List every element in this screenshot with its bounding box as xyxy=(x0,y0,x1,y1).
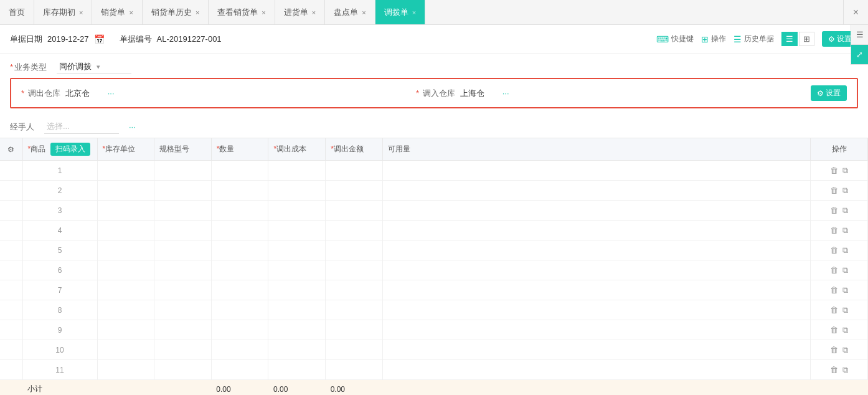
row-unit-5[interactable] xyxy=(97,240,154,260)
row-amount-11[interactable] xyxy=(326,360,383,380)
row-available-7[interactable] xyxy=(382,280,811,300)
tab-sales-history[interactable]: 销货单历史 × xyxy=(143,0,209,24)
row-cost-11[interactable] xyxy=(268,360,326,380)
row-spec-9[interactable] xyxy=(154,320,212,340)
row-qty-6[interactable] xyxy=(211,260,268,280)
row-unit-2[interactable] xyxy=(97,181,154,201)
delete-icon-6[interactable]: 🗑 xyxy=(830,265,838,275)
tab-inventory-init[interactable]: 库存期初 × xyxy=(34,0,92,24)
copy-icon-2[interactable]: ⧉ xyxy=(842,186,848,195)
tab-home[interactable]: 首页 xyxy=(0,0,34,24)
history-action[interactable]: ☰ 历史单据 xyxy=(734,34,774,44)
delete-icon-10[interactable]: 🗑 xyxy=(830,345,838,355)
shortcut-action[interactable]: ⌨ 快捷键 xyxy=(656,34,694,44)
row-spec-3[interactable] xyxy=(154,201,212,221)
row-amount-10[interactable] xyxy=(326,340,383,360)
row-cost-1[interactable] xyxy=(268,161,326,181)
row-spec-7[interactable] xyxy=(154,280,212,300)
row-cost-4[interactable] xyxy=(268,221,326,240)
row-spec-6[interactable] xyxy=(154,260,212,280)
row-cost-6[interactable] xyxy=(268,260,326,280)
tab-purchase-order-close[interactable]: × xyxy=(312,9,316,16)
row-cost-5[interactable] xyxy=(268,240,326,260)
copy-icon-11[interactable]: ⧉ xyxy=(842,365,848,374)
row-qty-8[interactable] xyxy=(211,300,268,320)
list-view-btn[interactable]: ☰ xyxy=(781,32,798,46)
row-spec-8[interactable] xyxy=(154,300,212,320)
copy-icon-8[interactable]: ⧉ xyxy=(842,305,848,315)
row-cost-8[interactable] xyxy=(268,300,326,320)
row-unit-7[interactable] xyxy=(97,280,154,300)
row-unit-10[interactable] xyxy=(97,340,154,360)
calendar-icon[interactable]: 📅 xyxy=(94,34,105,44)
warehouse-in-more-btn[interactable]: ··· xyxy=(502,88,509,98)
delete-icon-5[interactable]: 🗑 xyxy=(830,245,838,255)
delete-icon-1[interactable]: 🗑 xyxy=(830,166,838,175)
row-amount-8[interactable] xyxy=(326,300,383,320)
row-available-2[interactable] xyxy=(382,181,811,201)
tab-stocktake[interactable]: 盘点单 × xyxy=(325,0,375,24)
row-qty-5[interactable] xyxy=(211,240,268,260)
row-unit-4[interactable] xyxy=(97,221,154,240)
row-amount-4[interactable] xyxy=(326,221,383,240)
tab-sales-order-close[interactable]: × xyxy=(129,9,133,16)
row-available-10[interactable] xyxy=(382,340,811,360)
delete-icon-4[interactable]: 🗑 xyxy=(830,226,838,235)
grid-view-btn[interactable]: ⊞ xyxy=(799,32,814,46)
delete-icon-11[interactable]: 🗑 xyxy=(830,365,838,374)
tab-stocktake-close[interactable]: × xyxy=(362,9,366,16)
row-cost-3[interactable] xyxy=(268,201,326,221)
delete-icon-8[interactable]: 🗑 xyxy=(830,305,838,315)
row-spec-4[interactable] xyxy=(154,221,212,240)
row-qty-9[interactable] xyxy=(211,320,268,340)
row-spec-2[interactable] xyxy=(154,181,212,201)
row-amount-7[interactable] xyxy=(326,280,383,300)
row-amount-5[interactable] xyxy=(326,240,383,260)
copy-icon-3[interactable]: ⧉ xyxy=(842,206,848,215)
row-unit-9[interactable] xyxy=(97,320,154,340)
row-spec-5[interactable] xyxy=(154,240,212,260)
copy-icon-9[interactable]: ⧉ xyxy=(842,325,848,335)
tab-sales-history-close[interactable]: × xyxy=(196,9,199,16)
row-available-1[interactable] xyxy=(382,161,811,181)
row-amount-1[interactable] xyxy=(326,161,383,181)
row-cost-7[interactable] xyxy=(268,280,326,300)
row-available-6[interactable] xyxy=(382,260,811,280)
row-unit-8[interactable] xyxy=(97,300,154,320)
row-spec-10[interactable] xyxy=(154,340,212,360)
row-available-3[interactable] xyxy=(382,201,811,221)
row-available-9[interactable] xyxy=(382,320,811,340)
side-tool-external[interactable]: ⤢ xyxy=(851,45,869,65)
row-available-5[interactable] xyxy=(382,240,811,260)
delete-icon-7[interactable]: 🗑 xyxy=(830,285,838,295)
handler-more-btn[interactable]: ··· xyxy=(129,122,136,131)
section-settings-button[interactable]: ⚙ 设置 xyxy=(811,85,847,101)
row-amount-9[interactable] xyxy=(326,320,383,340)
row-spec-1[interactable] xyxy=(154,161,212,181)
row-cost-9[interactable] xyxy=(268,320,326,340)
delete-icon-9[interactable]: 🗑 xyxy=(830,325,838,335)
row-spec-11[interactable] xyxy=(154,360,212,380)
copy-icon-7[interactable]: ⧉ xyxy=(842,285,848,295)
row-qty-4[interactable] xyxy=(211,221,268,240)
copy-icon-4[interactable]: ⧉ xyxy=(842,226,848,235)
tab-sales-order[interactable]: 销货单 × xyxy=(92,0,142,24)
row-unit-6[interactable] xyxy=(97,260,154,280)
row-available-8[interactable] xyxy=(382,300,811,320)
side-tool-list[interactable]: ☰ xyxy=(851,25,869,45)
delete-icon-3[interactable]: 🗑 xyxy=(830,206,838,215)
copy-icon-5[interactable]: ⧉ xyxy=(842,245,848,255)
tab-transfer[interactable]: 调拨单 × xyxy=(375,0,425,24)
copy-icon-6[interactable]: ⧉ xyxy=(842,265,848,275)
row-qty-1[interactable] xyxy=(211,161,268,181)
tab-transfer-close[interactable]: × xyxy=(412,9,416,16)
scan-enter-btn[interactable]: 扫码录入 xyxy=(50,143,90,156)
copy-icon-10[interactable]: ⧉ xyxy=(842,345,848,355)
tab-purchase-order[interactable]: 进货单 × xyxy=(275,0,325,24)
biz-type-select[interactable]: 同价调拨 ▾ xyxy=(57,60,131,74)
handler-select[interactable]: 选择... xyxy=(44,120,119,134)
delete-icon-2[interactable]: 🗑 xyxy=(830,186,838,195)
tab-view-sales-close[interactable]: × xyxy=(262,9,265,16)
row-qty-10[interactable] xyxy=(211,340,268,360)
warehouse-out-more-btn[interactable]: ··· xyxy=(108,88,115,98)
